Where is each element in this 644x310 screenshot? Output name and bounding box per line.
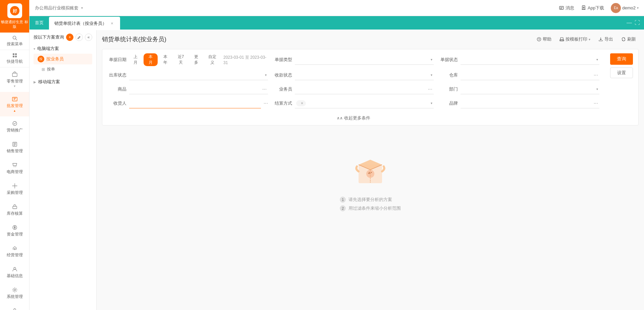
message-btn[interactable]: 消息 — [559, 5, 574, 11]
tip-text-2: 用过滤条件来缩小分析范围 — [348, 205, 401, 211]
date-btn-more[interactable]: 更多 — [190, 53, 203, 66]
help-btn[interactable]: 帮助 — [534, 35, 554, 44]
sidebar-item-retail-label: 零售管理 — [7, 79, 23, 84]
dept-dropdown-icon: ▾ — [596, 87, 598, 91]
page-header: 销货单统计表(按业务员) 帮助 按模板打印 ▾ 导出 — [102, 35, 639, 44]
form-row-status: 出库状态 ▾ 收款状态 ▾ — [108, 70, 599, 80]
doc-type-select[interactable]: ▾ — [295, 55, 434, 65]
panel-add-btn[interactable]: + — [66, 34, 73, 41]
mobile-arrow-icon: ▶ — [34, 80, 36, 84]
settle-field: 结算方式 × ▾ — [273, 98, 434, 108]
page-container: 按以下方案查询 + « ▾ 电脑端方案 按 — [30, 30, 644, 310]
settle-select[interactable]: × ▾ — [295, 98, 434, 108]
dept-select[interactable]: ▾ — [461, 84, 599, 94]
sidebar-item-operations[interactable]: 经营管理 — [0, 241, 29, 262]
sidebar-item-ecommerce[interactable]: 电商管理 — [0, 158, 29, 179]
tab-active[interactable]: 销货单统计表（按业务员） × — [49, 17, 120, 30]
staff-dots-icon[interactable]: ··· — [428, 86, 432, 92]
query-btn[interactable]: 查询 — [610, 53, 633, 65]
tab-minimize-icon[interactable]: — — [627, 20, 632, 26]
panel-edit-btn[interactable] — [75, 34, 83, 41]
print-dropdown-icon[interactable]: ▾ — [589, 38, 590, 41]
settle-tag-close-icon[interactable]: × — [301, 101, 303, 106]
sidebar-search-menu[interactable]: 搜索菜单 — [0, 33, 29, 50]
date-btn-last-month[interactable]: 上月 — [129, 53, 142, 66]
tab-expand-icon[interactable]: ⛶ — [635, 20, 640, 26]
out-status-select[interactable]: ▾ — [129, 70, 268, 80]
sidebar-item-basic[interactable]: 基础信息 — [0, 262, 29, 283]
sidebar-item-wholesale[interactable]: 批发管理 ▴ — [0, 92, 29, 116]
sidebar-item-marketing[interactable]: 营销推广 — [0, 116, 29, 137]
sidebar-item-inventory[interactable]: 库存核算 — [0, 200, 29, 220]
form-action-btns: 查询 设置 — [610, 53, 633, 78]
top-nav: 办公用品行业模拟账套 ▾ 消息 App下载 Ea demo2 ▾ — [30, 0, 644, 16]
doc-type-dropdown-icon: ▾ — [431, 58, 432, 61]
settle-dropdown-icon: ▾ — [431, 101, 432, 105]
receiver-input[interactable] — [129, 98, 261, 108]
svg-rect-16 — [14, 249, 15, 250]
goods-dots-icon[interactable]: ··· — [262, 86, 267, 92]
breadcrumb-dropdown-icon[interactable]: ▾ — [81, 6, 83, 10]
date-filter: 上月 本月 本年 近7天 更多 自定义 2023-03-01 至 2023-03… — [129, 53, 268, 66]
svg-point-37 — [366, 170, 374, 178]
group-desktop-label: 电脑端方案 — [37, 46, 59, 52]
sidebar-logo: 好 畅捷通好生意 标版 — [0, 0, 29, 33]
receive-status-select[interactable]: ▾ — [295, 70, 434, 80]
date-label: 单据日期 — [108, 57, 126, 63]
scheme-group-desktop-title[interactable]: ▾ 电脑端方案 — [34, 44, 92, 54]
doc-status-label: 单据状态 — [439, 57, 458, 63]
staff-select[interactable]: ··· — [295, 84, 434, 94]
sidebar-items: 零售管理 ▾ 批发管理 ▴ 营销推广 销售管理 电商管理 采购管理 库存核算 — [0, 67, 29, 310]
brand-select[interactable]: ··· — [461, 98, 599, 108]
warehouse-select[interactable]: ··· — [461, 70, 599, 80]
empty-tip-2: 2 用过滤条件来缩小分析范围 — [340, 205, 401, 211]
warehouse-dots-icon[interactable]: ··· — [594, 72, 598, 78]
form-row-receiver: 收货人 ··· 结算方式 × ▾ — [108, 98, 599, 108]
settings-btn[interactable]: 设置 — [610, 67, 633, 78]
sidebar-item-system[interactable]: 系统管理 — [0, 283, 29, 304]
date-btn-this-year[interactable]: 本年 — [159, 53, 172, 66]
goods-select[interactable]: ··· — [129, 84, 268, 94]
scheme-group-desktop: ▾ 电脑端方案 按 按业务员 ⊞ 按单 — [34, 44, 92, 74]
tab-close-icon[interactable]: × — [109, 21, 115, 26]
svg-text:好: 好 — [12, 8, 17, 13]
scheme-mobile-title[interactable]: ▶ 移动端方案 — [34, 77, 92, 87]
receiver-dots-icon[interactable]: ··· — [264, 100, 268, 106]
sidebar-quick-nav[interactable]: 快捷导航 — [0, 50, 29, 67]
scheme-sub-item-by-order[interactable]: ⊞ 按单 — [34, 64, 92, 74]
tab-active-label: 销货单统计表（按业务员） — [54, 20, 107, 27]
sidebar-item-sales[interactable]: 销售管理 — [0, 137, 29, 158]
out-status-label: 出库状态 — [108, 72, 126, 78]
sidebar-item-purchase[interactable]: 采购管理 — [0, 179, 29, 200]
tab-home-label: 首页 — [35, 20, 44, 26]
sidebar-item-corp[interactable]: 企业协同 — [0, 304, 29, 310]
form-row-date: 单据日期 上月 本月 本年 近7天 更多 自定义 2023-03-01 至 20… — [108, 53, 599, 66]
sidebar-item-ecommerce-label: 电商管理 — [7, 169, 23, 175]
scheme-item-by-staff[interactable]: 按 按业务员 — [34, 54, 92, 64]
top-nav-right: 消息 App下载 Ea demo2 ▾ — [559, 3, 639, 13]
refresh-btn[interactable]: 刷新 — [619, 35, 639, 44]
svg-rect-6 — [13, 56, 14, 57]
receive-status-label: 收款状态 — [273, 72, 292, 78]
date-btn-7days[interactable]: 近7天 — [173, 53, 189, 66]
date-btn-this-month[interactable]: 本月 — [144, 53, 158, 66]
tab-home[interactable]: 首页 — [30, 16, 49, 30]
collapse-btn[interactable]: ∧∧ 收起更多条件 — [108, 112, 599, 121]
sidebar-item-sales-label: 销售管理 — [7, 148, 23, 154]
form-row-goods: 商品 ··· 业务员 ··· — [108, 84, 599, 94]
page-title-text: 销货单统计表(按业务员) — [102, 35, 166, 43]
retail-arrow-icon: ▾ — [14, 84, 15, 88]
app-download-btn[interactable]: App下载 — [581, 5, 604, 11]
sidebar-item-finance[interactable]: 资金管理 — [0, 220, 29, 241]
date-btn-custom[interactable]: 自定义 — [204, 53, 221, 66]
doc-status-select[interactable]: ▾ — [461, 55, 599, 65]
print-btn[interactable]: 按模板打印 ▾ — [557, 35, 593, 44]
receive-status-field: 收款状态 ▾ — [273, 70, 434, 80]
export-btn[interactable]: 导出 — [596, 35, 616, 44]
brand-dots-icon[interactable]: ··· — [594, 100, 598, 106]
sidebar-item-retail[interactable]: 零售管理 ▾ — [0, 67, 29, 92]
breadcrumb: 办公用品行业模拟账套 — [35, 5, 78, 11]
svg-point-29 — [539, 40, 539, 40]
panel-collapse-btn[interactable]: « — [85, 34, 92, 41]
user-avatar-btn[interactable]: Ea demo2 ▾ — [611, 3, 639, 13]
